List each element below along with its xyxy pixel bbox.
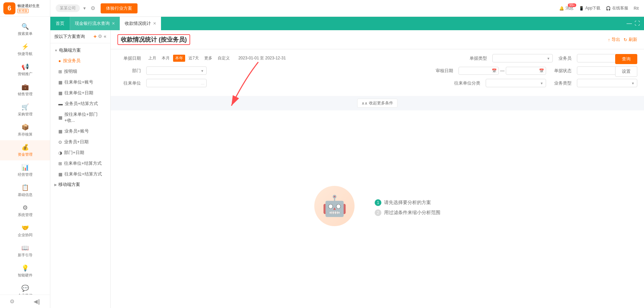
trial-btn[interactable]: 体验行业方案 bbox=[101, 3, 138, 13]
sidebar-item-系统管理[interactable]: ⚙系统管理 bbox=[0, 201, 50, 221]
filter-row-3: 往来单位 … 往来单位分类 业务类型 bbox=[117, 79, 637, 87]
business-type-select[interactable] bbox=[577, 79, 637, 87]
dept-select[interactable] bbox=[146, 66, 207, 75]
voucher-type-select[interactable] bbox=[492, 54, 553, 62]
tab-receipt-stats[interactable]: 收款情况统计 ✕ bbox=[120, 17, 161, 30]
tree-item-业务员+账号[interactable]: ▦业务员+账号 bbox=[50, 126, 110, 137]
tab-cashflow[interactable]: 现金银行流水查询 ✕ bbox=[70, 17, 120, 30]
company-breadcrumb[interactable]: 某某公司 bbox=[56, 4, 80, 12]
message-btn[interactable]: 🔔 消息 99+ bbox=[559, 5, 574, 11]
message-badge: 99+ bbox=[568, 3, 576, 7]
counterpart-cat-select[interactable] bbox=[486, 79, 546, 87]
tree-root-移动端方案[interactable]: ▶移动端方案 bbox=[50, 179, 110, 190]
tree-item-按业务员[interactable]: ●按业务员 bbox=[50, 55, 110, 66]
sidebar-item-快捷导航[interactable]: ⚡快捷导航 bbox=[0, 40, 50, 60]
scheme-tree: ▼电脑端方案●按业务员⊞按明细▦往来单位+账号▦往来单位+日期▬业务员+结算方式… bbox=[50, 43, 110, 192]
tab-close-cashflow[interactable]: ✕ bbox=[112, 21, 115, 26]
sidebar-item-经营管理[interactable]: 📊经营管理 bbox=[0, 160, 50, 181]
tree-item-业务员+结算方式[interactable]: ▬业务员+结算方式 bbox=[50, 98, 110, 109]
left-panel-header: 按以下方案查询 + ⚙ « bbox=[50, 30, 110, 43]
sidebar-item-基础信息[interactable]: 📋基础信息 bbox=[0, 181, 50, 201]
date-tab-本月[interactable]: 本月 bbox=[160, 55, 172, 62]
tree-item-按往来单位+部门+收...[interactable]: ▦按往来单位+部门+收... bbox=[50, 109, 110, 126]
sidebar-item-企业微信[interactable]: 💬企业微信 bbox=[0, 281, 50, 295]
export-btn[interactable]: ↑ 导出 bbox=[608, 37, 621, 43]
tab-home[interactable]: 首页 bbox=[50, 17, 70, 30]
date-tab-近7天[interactable]: 近7天 bbox=[186, 55, 201, 62]
tab-minimize-icon[interactable]: — bbox=[627, 20, 632, 27]
sidebar-item-库存核算[interactable]: 📦库存核算 bbox=[0, 120, 50, 140]
counterpart-input[interactable] bbox=[146, 79, 207, 87]
business-type-select-wrap bbox=[577, 79, 637, 87]
dept-label: 部门 bbox=[117, 68, 141, 74]
page-title-box: 收款情况统计 (按业务员) bbox=[117, 34, 190, 45]
settings-bottom-icon[interactable]: ⚙ bbox=[10, 298, 14, 305]
sidebar-item-搜索菜单[interactable]: 🔍搜索菜单 bbox=[0, 19, 50, 40]
cal-to-icon: 📅 bbox=[539, 68, 544, 73]
tree-item-往来单位+结算方式[interactable]: ▦往来单位+结算方式 bbox=[50, 169, 110, 179]
sidebar-item-企业协同[interactable]: 🤝企业协同 bbox=[0, 221, 50, 241]
tree-item-业务员+日期[interactable]: ⊙业务员+日期 bbox=[50, 137, 110, 147]
refresh-icon: ↻ bbox=[624, 37, 627, 42]
company-dropdown-icon[interactable]: ▼ bbox=[83, 6, 87, 11]
settings-scheme-icon[interactable]: ⚙ bbox=[98, 34, 102, 40]
online-service-btn[interactable]: 🎧 在线客服 bbox=[606, 5, 628, 11]
tree-item-往来单位+账号[interactable]: ▦往来单位+账号 bbox=[50, 77, 110, 88]
export-icon: ↑ bbox=[608, 37, 610, 42]
tree-item-往来单位+结算方式[interactable]: ⊞往来单位+结算方式 bbox=[50, 158, 110, 169]
app-download-btn[interactable]: 📱 App下载 bbox=[579, 5, 600, 11]
tab-maximize-icon[interactable]: ⛶ bbox=[635, 20, 640, 27]
empty-illustration: 🤖 bbox=[314, 186, 355, 226]
dept-select-wrap bbox=[146, 66, 207, 75]
content-area: 按以下方案查询 + ⚙ « ▼电脑端方案●按业务员⊞按明细▦往来单位+账号▦往来… bbox=[50, 30, 644, 308]
counterpart-more-icon[interactable]: … bbox=[201, 81, 205, 86]
user-avatar[interactable]: Rit bbox=[634, 6, 639, 11]
left-panel: 按以下方案查询 + ⚙ « ▼电脑端方案●按业务员⊞按明细▦往来单位+账号▦往来… bbox=[50, 30, 111, 308]
empty-step-2: 2 用过滤条件来缩小分析范围 bbox=[375, 209, 440, 216]
filter-row-1: 单据日期 上月本月本年近7天更多自定义 2023-01-01 至 2023-12… bbox=[117, 54, 637, 62]
refresh-btn[interactable]: ↻ 刷新 bbox=[624, 37, 637, 43]
main-area: 某某公司 ▼ ⚙ 体验行业方案 🔔 消息 99+ 📱 App下载 🎧 在线客服 … bbox=[50, 0, 644, 308]
review-date-range: 📅 — 📅 bbox=[459, 67, 546, 75]
tree-item-往来单位+日期[interactable]: ▦往来单位+日期 bbox=[50, 88, 110, 98]
query-btn[interactable]: 查询 bbox=[615, 54, 637, 64]
sidebar-item-采购管理[interactable]: 🛒采购管理 bbox=[0, 100, 50, 120]
tree-root-电脑端方案[interactable]: ▼电脑端方案 bbox=[50, 45, 110, 55]
date-range-display: 2023-01-01 至 2023-12-31 bbox=[238, 55, 286, 61]
collapse-panel-icon[interactable]: « bbox=[104, 34, 106, 40]
date-tab-group: 上月本月本年近7天更多自定义 bbox=[146, 55, 232, 62]
voucher-status-label: 单据状态 bbox=[551, 68, 572, 74]
date-tab-本年[interactable]: 本年 bbox=[173, 55, 185, 62]
date-tab-更多[interactable]: 更多 bbox=[202, 55, 214, 62]
counterpart-cat-label: 往来单位分类 bbox=[453, 80, 480, 86]
app-logo: 6 畅捷通好生意 标准版 bbox=[0, 0, 50, 17]
add-scheme-icon[interactable]: + bbox=[94, 34, 97, 40]
tree-item-部门+日期[interactable]: ◑部门+日期 bbox=[50, 147, 110, 158]
tab-close-receipt[interactable]: ✕ bbox=[153, 21, 156, 26]
tabbar-controls: — ⛶ bbox=[627, 20, 644, 27]
sidebar-item-资金管理[interactable]: 💰资金管理 bbox=[0, 140, 50, 160]
collapse-bar: ∧∧ 收起更多条件 bbox=[111, 96, 644, 110]
tree-item-按明细[interactable]: ⊞按明细 bbox=[50, 66, 110, 77]
phone-icon: 📱 bbox=[579, 6, 584, 11]
filter-section: 单据日期 上月本月本年近7天更多自定义 2023-01-01 至 2023-12… bbox=[111, 49, 644, 96]
collapse-icon: ∧∧ bbox=[362, 101, 368, 106]
date-tab-上月[interactable]: 上月 bbox=[146, 55, 158, 62]
counterpart-label: 往来单位 bbox=[117, 80, 141, 86]
date-tab-自定义[interactable]: 自定义 bbox=[216, 55, 232, 62]
logo-icon: 6 bbox=[3, 2, 15, 14]
sidebar-item-新手引导[interactable]: 📖新手引导 bbox=[0, 241, 50, 261]
collapse-conditions-btn[interactable]: ∧∧ 收起更多条件 bbox=[357, 99, 397, 108]
collapse-sidebar-icon[interactable]: ◀‖ bbox=[34, 298, 40, 305]
sidebar-bottom: ⚙ ◀‖ bbox=[0, 295, 50, 308]
page-title: 收款情况统计 (按业务员) bbox=[121, 36, 187, 44]
sidebar: 6 畅捷通好生意 标准版 🔍搜索菜单⚡快捷导航📢营销推广💼销售管理🛒采购管理📦库… bbox=[0, 0, 50, 308]
filter-settings-btn[interactable]: 设置 bbox=[615, 66, 637, 77]
sidebar-item-智能硬件[interactable]: 💡智能硬件 bbox=[0, 261, 50, 281]
left-panel-actions: + ⚙ « bbox=[94, 34, 106, 40]
sidebar-item-销售管理[interactable]: 💼销售管理 bbox=[0, 80, 50, 100]
headset-icon: 🎧 bbox=[606, 6, 611, 11]
topbar-gear-icon[interactable]: ⚙ bbox=[91, 5, 95, 11]
left-panel-title: 按以下方案查询 bbox=[54, 34, 92, 40]
sidebar-item-营销推广[interactable]: 📢营销推广 bbox=[0, 60, 50, 80]
